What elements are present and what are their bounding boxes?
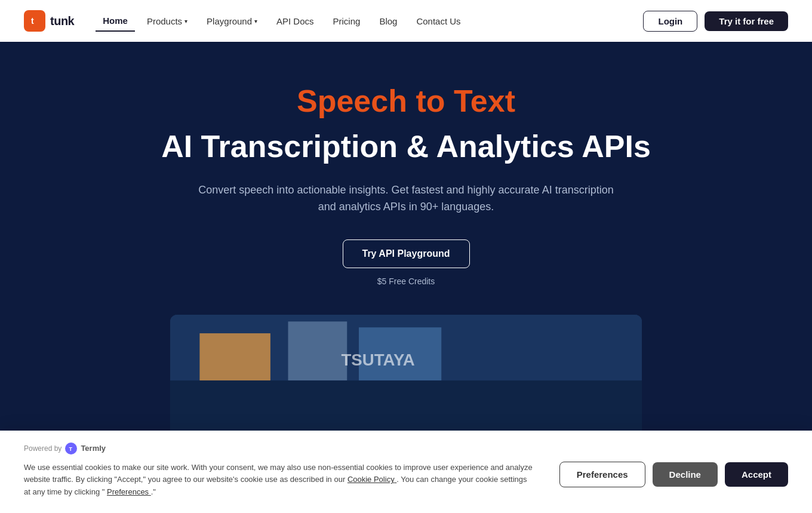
navbar-right: Login Try it for free (643, 11, 788, 32)
products-chevron-icon: ▾ (184, 18, 187, 24)
cookie-policy-link[interactable]: Cookie Policy (347, 475, 396, 484)
nav-playground[interactable]: Playground ▾ (199, 11, 264, 31)
cookie-buttons: Preferences Decline Accept (559, 462, 788, 487)
svg-text:T: T (69, 446, 73, 452)
hero-subtitle: Convert speech into actionable insights.… (197, 182, 615, 216)
accept-button[interactable]: Accept (725, 462, 788, 487)
nav-pricing[interactable]: Pricing (326, 11, 368, 31)
decline-button[interactable]: Decline (653, 462, 718, 487)
logo[interactable]: t tunk (24, 10, 74, 32)
navbar-left: t tunk Home Products ▾ Playground ▾ API … (24, 10, 468, 32)
hero-title: AI Transcription & Analytics APIs (161, 129, 651, 165)
svg-rect-7 (448, 342, 519, 392)
svg-rect-6 (349, 336, 439, 392)
svg-rect-8 (528, 337, 588, 392)
navbar: t tunk Home Products ▾ Playground ▾ API … (0, 0, 812, 42)
logo-text: tunk (50, 14, 74, 28)
logo-icon: t (24, 10, 45, 32)
nav-links: Home Products ▾ Playground ▾ API Docs Pr… (96, 11, 467, 32)
svg-point-0 (29, 15, 41, 27)
svg-rect-4 (188, 339, 266, 392)
cookie-content: We use essential cookies to make our sit… (24, 462, 788, 499)
nav-products[interactable]: Products ▾ (140, 11, 195, 31)
termly-logo: Powered by T Termly (24, 443, 106, 454)
try-button[interactable]: Try it for free (705, 11, 788, 31)
try-api-playground-button[interactable]: Try API Playground (343, 239, 470, 268)
nav-api-docs[interactable]: API Docs (269, 11, 321, 31)
svg-text:t: t (31, 16, 34, 26)
playground-chevron-icon: ▾ (254, 18, 257, 24)
nav-home[interactable]: Home (96, 11, 135, 32)
cookie-header: Powered by T Termly (24, 443, 788, 454)
cookie-banner: Powered by T Termly We use essential coo… (0, 431, 812, 513)
login-button[interactable]: Login (643, 11, 697, 32)
svg-rect-5 (275, 333, 340, 392)
nav-contact[interactable]: Contact Us (409, 11, 467, 31)
preferences-inline-link[interactable]: Preferences (107, 487, 151, 496)
hero-tagline: Speech to Text (297, 84, 515, 119)
cookie-text: We use essential cookies to make our sit… (24, 462, 536, 499)
termly-icon: T (65, 443, 77, 454)
svg-rect-9 (597, 345, 642, 392)
hero-credits: $5 Free Credits (377, 277, 435, 286)
nav-blog[interactable]: Blog (372, 11, 404, 31)
svg-text:TSUTAYA: TSUTAYA (343, 363, 413, 381)
powered-by-label: Powered by (24, 444, 61, 453)
preferences-button[interactable]: Preferences (559, 462, 645, 487)
termly-label: Termly (81, 444, 106, 453)
